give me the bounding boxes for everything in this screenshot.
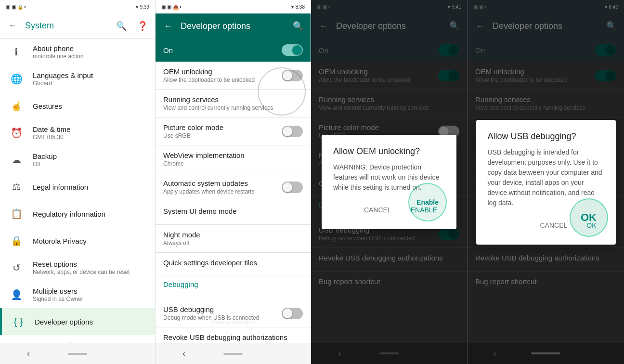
- status-icons-left: ▣ ▣ 🔒 •: [6, 4, 26, 10]
- oem-toggle[interactable]: [282, 70, 303, 81]
- on-row-2[interactable]: On: [156, 39, 311, 62]
- bottom-nav-1: ‹: [0, 343, 155, 364]
- system-ui-item[interactable]: System UI demo mode: [156, 201, 311, 224]
- settings-list-1: ℹ About phone motorola one action 🌐 Lang…: [0, 39, 155, 343]
- running-services-subtitle: View and control currently running servi…: [163, 104, 303, 111]
- settings-item-regulatory[interactable]: 📋 Regulatory information: [0, 200, 155, 227]
- oem-unlocking-item[interactable]: OEM unlocking Allow the bootloader to be…: [156, 62, 311, 89]
- status-icons-right-2: ▾ 8:38: [291, 4, 305, 10]
- oem-dialog: Allow OEM unlocking? WARNING: Device pro…: [322, 135, 456, 229]
- settings-item-backup[interactable]: ☁ Backup Off: [0, 146, 155, 173]
- developer-list-2: OEM unlocking Allow the bootloader to be…: [156, 62, 311, 343]
- search-button-1[interactable]: 🔍: [113, 17, 130, 35]
- revoke-usb-title: Revoke USB debugging authorizations: [163, 333, 303, 341]
- settings-item-legal-text: Legal information: [33, 183, 147, 191]
- settings-item-languages[interactable]: 🌐 Languages & input Gboard: [0, 65, 155, 92]
- settings-item-datetime[interactable]: ⏰ Date & time GMT+05:30: [0, 119, 155, 146]
- debugging-label: Debugging: [163, 280, 303, 288]
- status-bar-1: ▣ ▣ 🔒 • ▾ 9:39: [0, 0, 155, 13]
- home-indicator-1[interactable]: [68, 353, 87, 355]
- gestures-icon: ☝: [8, 100, 25, 112]
- app-bar-title-2: Developer options: [181, 21, 286, 31]
- settings-item-gestures[interactable]: ☝ Gestures: [0, 92, 155, 119]
- back-nav-2[interactable]: ‹: [174, 344, 194, 364]
- usb-toggle[interactable]: [282, 308, 303, 319]
- about-title: About phone: [33, 44, 147, 52]
- on-label-2: On: [163, 46, 173, 54]
- search-button-2[interactable]: 🔍: [289, 17, 307, 35]
- settings-item-legal[interactable]: ⚖ Legal information: [0, 173, 155, 200]
- auto-update-subtitle: Apply updates when device restarts: [163, 188, 254, 195]
- back-button-1[interactable]: ←: [4, 17, 21, 35]
- help-button-1[interactable]: ❓: [134, 17, 151, 35]
- notification-icons-2: ▣ ▣ 📤 •: [161, 4, 182, 10]
- back-button-2[interactable]: ←: [159, 17, 177, 35]
- developer-toggle-2[interactable]: [282, 44, 303, 56]
- settings-item-privacy-text: Motorola Privacy: [33, 237, 147, 245]
- developer-options-oem-panel: ▣ ▣ • ▾ 9:41 ← Developer options 🔍 On OE…: [311, 0, 468, 364]
- settings-item-system-updates[interactable]: 📱 System updates Updated to Android 9: [0, 335, 155, 343]
- usb-debugging-text: USB debugging Debug mode when USB is con…: [163, 305, 259, 321]
- night-mode-subtitle: Always off: [163, 240, 303, 247]
- revoke-usb-item[interactable]: Revoke USB debugging authorizations: [156, 327, 311, 343]
- oem-toggle-thumb: [283, 71, 292, 80]
- picture-toggle[interactable]: [282, 126, 303, 137]
- developer-options-usb-panel: ▣ ▣ • ▾ 8:40 ← Developer options 🔍 On OE…: [468, 0, 624, 364]
- settings-item-reset[interactable]: ↺ Reset options Network, apps, or device…: [0, 254, 155, 281]
- app-bar-2: ← Developer options 🔍: [156, 13, 311, 39]
- regulatory-icon: 📋: [8, 208, 25, 220]
- picture-color-item[interactable]: Picture color mode Use sRGB: [156, 117, 311, 145]
- usb-debugging-subtitle: Debug mode when USB is connected: [163, 314, 259, 321]
- ok-circle-text: OK: [581, 211, 597, 224]
- oem-unlocking-subtitle: Allow the bootloader to be unlocked: [163, 77, 255, 83]
- toggle-thumb-2: [292, 45, 302, 55]
- auto-update-toggle-thumb: [283, 182, 292, 192]
- users-icon: 👤: [8, 289, 25, 300]
- usb-debugging-item[interactable]: USB debugging Debug mode when USB is con…: [156, 299, 311, 327]
- legal-title: Legal information: [33, 183, 147, 191]
- picture-color-title: Picture color mode: [163, 123, 223, 131]
- bottom-nav-2: ‹: [156, 343, 311, 364]
- oem-cancel-button[interactable]: Cancel: [356, 202, 399, 218]
- running-services-item[interactable]: Running services View and control curren…: [156, 90, 311, 117]
- auto-update-item[interactable]: Automatic system updates Apply updates w…: [156, 173, 311, 201]
- users-subtitle: Signed in as Owner: [33, 296, 147, 302]
- back-nav-1[interactable]: ‹: [19, 344, 38, 364]
- auto-update-title: Automatic system updates: [163, 179, 254, 187]
- usb-cancel-button[interactable]: Cancel: [532, 218, 575, 233]
- oem-unlocking-title: OEM unlocking: [163, 67, 255, 76]
- settings-item-developer-text: Developer options: [35, 318, 147, 326]
- wifi-icon-2: ▾: [291, 4, 294, 10]
- auto-update-toggle[interactable]: [282, 182, 303, 193]
- picture-toggle-thumb: [283, 127, 292, 136]
- oem-dialog-title: Allow OEM unlocking?: [333, 146, 445, 156]
- backup-icon: ☁: [8, 154, 25, 166]
- settings-item-about[interactable]: ℹ About phone motorola one action: [0, 39, 155, 65]
- settings-item-reset-text: Reset options Network, apps, or device c…: [33, 260, 147, 275]
- users-title: Multiple users: [33, 287, 147, 295]
- quick-tiles-item[interactable]: Quick settings developer tiles: [156, 253, 311, 276]
- reset-title: Reset options: [33, 260, 147, 268]
- app-bar-title-1: System: [25, 21, 109, 31]
- home-indicator-2[interactable]: [223, 353, 243, 355]
- webview-item[interactable]: WebView implementation Chrome: [156, 145, 311, 173]
- night-mode-item[interactable]: Night mode Always off: [156, 225, 311, 252]
- reset-subtitle: Network, apps, or device can be reset: [33, 269, 147, 275]
- debugging-section: Debugging: [156, 276, 311, 299]
- enable-highlight-circle: Enable: [408, 183, 447, 221]
- clock-icon: ⏰: [8, 127, 25, 139]
- webview-title: WebView implementation: [163, 151, 303, 159]
- time-display: 9:39: [140, 4, 149, 10]
- picture-color-text: Picture color mode Use sRGB: [163, 123, 223, 139]
- settings-item-privacy[interactable]: 🔒 Motorola Privacy: [0, 227, 155, 254]
- about-subtitle: motorola one action: [33, 53, 147, 60]
- time-display-2: 8:38: [296, 4, 305, 10]
- settings-item-datetime-text: Date & time GMT+05:30: [33, 125, 147, 141]
- settings-item-developer[interactable]: { } Developer options: [0, 308, 155, 335]
- night-mode-title: Night mode: [163, 231, 303, 239]
- usb-toggle-thumb: [283, 309, 292, 318]
- settings-item-languages-text: Languages & input Gboard: [33, 71, 147, 87]
- legal-icon: ⚖: [8, 181, 25, 193]
- settings-item-users[interactable]: 👤 Multiple users Signed in as Owner: [0, 281, 155, 308]
- usb-dialog-overlay: Allow USB debugging? USB debugging is in…: [468, 0, 624, 364]
